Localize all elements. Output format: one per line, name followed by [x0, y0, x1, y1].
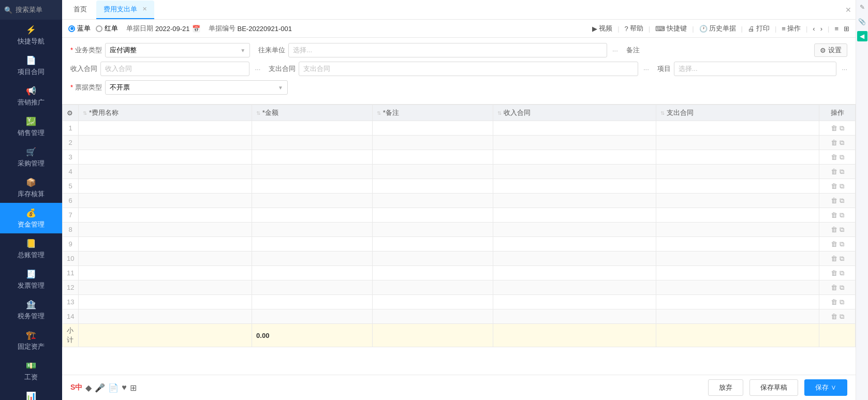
delete-row-button[interactable]: 🗑: [831, 153, 837, 161]
copy-row-button[interactable]: ⧉: [840, 211, 844, 219]
sidebar-item-sales-mgmt[interactable]: 💹 销售管理: [0, 111, 62, 142]
sidebar-item-ops-mgmt[interactable]: 📊 经营管理: [0, 386, 62, 400]
income-contract-cell[interactable]: [493, 295, 656, 309]
sidebar-item-purchase-mgmt[interactable]: 🛒 采购管理: [0, 142, 62, 172]
shortcut-button[interactable]: ⌨ 快捷键: [655, 24, 687, 33]
copy-row-button[interactable]: ⧉: [840, 240, 844, 248]
tab-home[interactable]: 首页: [66, 1, 94, 19]
income-contract-cell[interactable]: [493, 136, 656, 150]
tab-close-expense-bill[interactable]: ✕: [142, 6, 147, 12]
amount-cell[interactable]: [252, 136, 373, 150]
note-cell[interactable]: [373, 309, 493, 324]
expense-name-cell[interactable]: [79, 165, 252, 179]
help-button[interactable]: ? 帮助: [625, 24, 643, 33]
amount-cell[interactable]: [252, 165, 373, 179]
amount-cell[interactable]: [252, 150, 373, 165]
income-contract-cell[interactable]: [493, 309, 656, 324]
sidebar-item-marketing[interactable]: 📢 营销推广: [0, 81, 62, 111]
expense-contract-column-header[interactable]: ⇅ 支出合同: [656, 105, 819, 121]
note-cell[interactable]: [373, 280, 493, 295]
delete-row-button[interactable]: 🗑: [831, 255, 837, 262]
save-draft-button[interactable]: 保存草稿: [749, 379, 798, 396]
note-cell[interactable]: [373, 266, 493, 280]
note-cell[interactable]: [373, 251, 493, 266]
note-cell[interactable]: [373, 165, 493, 179]
tab-expense-bill[interactable]: 费用支出单✕: [96, 1, 154, 19]
delete-row-button[interactable]: 🗑: [831, 182, 837, 190]
income-contract-cell[interactable]: [493, 251, 656, 266]
list-view-button[interactable]: ≡: [834, 25, 838, 33]
amount-cell[interactable]: [252, 208, 373, 223]
delete-row-button[interactable]: 🗑: [831, 168, 837, 175]
note-cell[interactable]: [373, 194, 493, 208]
expense-contract-cell[interactable]: [656, 194, 819, 208]
income-contract-cell[interactable]: [493, 165, 656, 179]
blue-bill-radio[interactable]: 蓝单: [68, 24, 91, 33]
amount-cell[interactable]: [252, 280, 373, 295]
nav-right-button[interactable]: ›: [820, 25, 822, 33]
expense-contract-cell[interactable]: [656, 295, 819, 309]
expense-name-column-header[interactable]: ⇅ *费用名称: [79, 105, 252, 121]
income-contract-cell[interactable]: [493, 266, 656, 280]
copy-row-button[interactable]: ⧉: [840, 153, 844, 161]
settings-button[interactable]: ⚙ 设置: [814, 43, 847, 57]
note-cell[interactable]: [373, 223, 493, 237]
invoice-type-dropdown[interactable]: 不开票 ▼: [105, 80, 288, 95]
project-more-icon[interactable]: ···: [842, 65, 847, 73]
amount-cell[interactable]: [252, 309, 373, 324]
copy-row-button[interactable]: ⧉: [840, 124, 844, 132]
copy-row-button[interactable]: ⧉: [840, 226, 844, 234]
counterpart-more-icon[interactable]: ···: [612, 47, 618, 54]
grid-icon[interactable]: ⊞: [130, 383, 137, 393]
expense-name-cell[interactable]: [79, 208, 252, 223]
income-contract-cell[interactable]: [493, 194, 656, 208]
operations-button[interactable]: ≡ 操作: [782, 24, 801, 33]
delete-row-button[interactable]: 🗑: [831, 313, 837, 320]
sidebar-item-invoice-mgmt[interactable]: 🧾 发票管理: [0, 264, 62, 294]
amount-cell[interactable]: [252, 194, 373, 208]
sidebar-item-tax-mgmt[interactable]: 🏦 税务管理: [0, 294, 62, 325]
calendar-icon[interactable]: 📅: [192, 25, 200, 33]
expense-contract-cell[interactable]: [656, 165, 819, 179]
date-value[interactable]: 2022-09-21: [155, 25, 190, 33]
print-button[interactable]: 🖨 打印: [748, 24, 770, 33]
expense-contract-cell[interactable]: [656, 251, 819, 266]
project-input[interactable]: 选择...: [674, 62, 836, 76]
business-type-dropdown[interactable]: 应付调整 ▼: [105, 43, 251, 57]
copy-row-button[interactable]: ⧉: [840, 168, 844, 176]
note-cell[interactable]: [373, 136, 493, 150]
expense-contract-input[interactable]: 支出合同: [299, 62, 638, 76]
save-button[interactable]: 保存 ∨: [804, 379, 847, 396]
copy-row-button[interactable]: ⧉: [840, 269, 844, 277]
expense-name-cell[interactable]: [79, 194, 252, 208]
grid-view-button[interactable]: ⊞: [844, 25, 849, 33]
delete-row-button[interactable]: 🗑: [831, 240, 837, 248]
note-cell[interactable]: [373, 208, 493, 223]
income-contract-cell[interactable]: [493, 121, 656, 136]
sidebar-item-ledger-mgmt[interactable]: 📒 总账管理: [0, 233, 62, 264]
copy-row-button[interactable]: ⧉: [840, 197, 844, 205]
expense-contract-cell[interactable]: [656, 309, 819, 324]
amount-cell[interactable]: [252, 295, 373, 309]
copy-row-button[interactable]: ⧉: [840, 284, 844, 292]
income-contract-more-icon[interactable]: ···: [255, 65, 260, 73]
copy-row-button[interactable]: ⧉: [840, 182, 844, 190]
amount-cell[interactable]: [252, 266, 373, 280]
close-window-button[interactable]: ✕: [845, 6, 851, 14]
note-cell[interactable]: [373, 295, 493, 309]
gear-column-header[interactable]: ⚙: [63, 105, 79, 121]
sidebar-item-wages[interactable]: 💵 工资: [0, 355, 62, 386]
delete-row-button[interactable]: 🗑: [831, 197, 837, 204]
expense-contract-cell[interactable]: [656, 237, 819, 251]
delete-row-button[interactable]: 🗑: [831, 269, 837, 277]
expense-contract-cell[interactable]: [656, 280, 819, 295]
copy-row-button[interactable]: ⧉: [840, 255, 844, 263]
sidebar-item-inventory[interactable]: 📦 库存核算: [0, 172, 62, 203]
amount-cell[interactable]: [252, 179, 373, 194]
copy-row-button[interactable]: ⧉: [840, 139, 844, 147]
expense-contract-cell[interactable]: [656, 136, 819, 150]
delete-row-button[interactable]: 🗑: [831, 226, 837, 233]
diamond-icon[interactable]: ◆: [85, 383, 92, 393]
right-panel-green-button[interactable]: ◀: [857, 31, 867, 41]
delete-row-button[interactable]: 🗑: [831, 284, 837, 291]
